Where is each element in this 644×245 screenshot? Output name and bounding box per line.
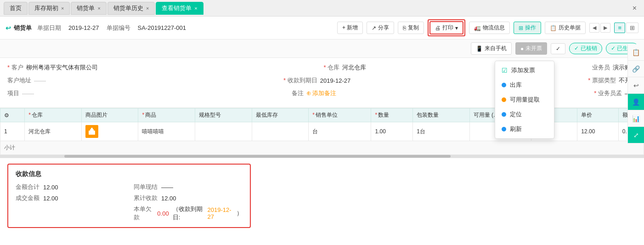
dropdown-warehouse-out[interactable]: 出库: [495, 78, 554, 92]
grid-view-button[interactable]: ⊞: [626, 23, 638, 33]
scroll-thumb: [64, 155, 451, 158]
from-mobile-button[interactable]: 📱 来自手机: [471, 42, 512, 55]
address-value[interactable]: ——: [34, 77, 46, 84]
history-button[interactable]: 📋 历史单据: [545, 22, 586, 34]
ticket-type-label: 票据类型: [588, 76, 616, 85]
list-view-button[interactable]: ≡: [614, 23, 625, 33]
tab-sales-order[interactable]: 销货单 ×: [71, 2, 106, 15]
th-settings[interactable]: ⚙: [0, 108, 25, 122]
add-invoice-icon: ☑: [502, 67, 508, 74]
confirm-label: 已核销: [581, 45, 597, 51]
payment-date-value[interactable]: 2019-12-27: [320, 77, 351, 84]
available-qty-label: 可用量提取: [510, 96, 540, 104]
project-label: 项目: [7, 89, 19, 97]
print-dropdown-icon: ▾: [455, 25, 458, 31]
owed-value: 0.00: [157, 210, 169, 217]
row-product: 嘻嘻嘻嘻: [138, 122, 195, 141]
share-label: 分享: [378, 24, 389, 32]
product-image: [85, 125, 98, 138]
row-spec: [195, 122, 252, 141]
copy-button[interactable]: ⎘ 复制: [398, 22, 424, 34]
tab-view-close-icon[interactable]: ×: [194, 6, 197, 11]
close-all-tabs-button[interactable]: ×: [629, 4, 640, 12]
owed-label: 本单欠款: [134, 205, 153, 222]
total-label: 金额合计: [16, 183, 40, 191]
right-icon-chart[interactable]: 📊: [628, 110, 644, 127]
doc-title: ↩ 销货单: [6, 24, 32, 32]
tab-view-sales[interactable]: 查看销货单 ×: [156, 2, 203, 15]
locate-label: 定位: [510, 110, 522, 119]
right-icon-clipboard[interactable]: 📋: [628, 44, 644, 61]
operations-button[interactable]: ⊞ 操作: [514, 22, 541, 34]
tab-home[interactable]: 首页: [4, 2, 28, 15]
right-icon-user[interactable]: 👤: [628, 94, 644, 110]
dropdown-refresh[interactable]: 刷新: [495, 122, 554, 137]
row-min-stock: [252, 122, 309, 141]
warehouse-value[interactable]: 河北仓库: [342, 63, 366, 72]
dropdown-locate[interactable]: 定位: [495, 107, 554, 122]
prev-button[interactable]: ◀: [589, 23, 599, 33]
nav-arrows: ◀ ▶: [589, 23, 610, 33]
project-field: 项目 ——: [7, 89, 34, 97]
right-icon-link[interactable]: 🔗: [628, 61, 644, 77]
project-value[interactable]: ——: [22, 90, 34, 97]
deal-value: 12.00: [43, 195, 58, 202]
tab-inventory-init[interactable]: 库存期初 ×: [28, 2, 70, 15]
address-field: 客户地址 ——: [7, 76, 46, 85]
new-label: + 新增: [342, 24, 358, 32]
logistics-button[interactable]: 🚛 物流信息: [469, 22, 510, 34]
payment-title: 收款信息: [16, 170, 243, 178]
refresh-icon: [502, 127, 506, 131]
payment-row-total: 金额合计 12.00: [16, 183, 124, 191]
add-remark-label: 添加备注: [312, 90, 336, 97]
number-label: 单据编号: [107, 24, 130, 32]
print-label: 打印: [442, 24, 453, 32]
owed-paren: ）: [237, 209, 243, 217]
right-icons-panel: 📋 🔗 ↩ 👤 📊 ⤢: [627, 44, 644, 143]
dropdown-add-invoice[interactable]: ☑ 添加发票: [495, 63, 554, 78]
svg-rect-2: [91, 128, 93, 130]
available-qty-icon: [502, 97, 506, 102]
add-remark-btn[interactable]: ⊕ 添加备注: [306, 89, 337, 97]
tab-inventory-close-icon[interactable]: ×: [61, 6, 64, 11]
share-button[interactable]: ↗ 分享: [367, 22, 394, 34]
history-label: 历史单据: [559, 24, 581, 32]
owed-suffix: （收款到期日:: [173, 205, 204, 222]
tab-sales-history[interactable]: 销货单历史 ×: [107, 2, 155, 15]
doc-icon: ↩: [6, 24, 11, 32]
confirm-icon-btn[interactable]: ✓: [551, 43, 565, 54]
th-warehouse: *仓库: [25, 108, 82, 122]
same-settle-label: 同单现结: [134, 183, 158, 191]
content-area: ↩ 销货单 单据日期 2019-12-27 单据编号 SA-20191227-0…: [0, 17, 644, 245]
warehouse-label: 仓库: [324, 63, 340, 72]
scroll-indicator[interactable]: [0, 155, 644, 158]
next-button[interactable]: ▶: [600, 23, 610, 33]
operations-icon: ⊞: [519, 25, 523, 31]
owed-date: 2019-12-27: [208, 206, 233, 220]
print-button[interactable]: 🖨 打印 ▾: [429, 21, 463, 34]
row-warehouse: 河北仓库: [25, 122, 82, 141]
tab-history-close-icon[interactable]: ×: [146, 6, 149, 11]
tab-sales-close-icon[interactable]: ×: [97, 6, 100, 11]
app-container: 首页 库存期初 × 销货单 × 销货单历史 × 查看销货单 × × ↩ 销货单: [0, 0, 644, 245]
view-toggle: ≡ ⊞: [614, 23, 638, 33]
cumulative-value: 12.00: [161, 195, 176, 202]
date-label: 单据日期: [37, 24, 61, 32]
right-icon-expand[interactable]: ⤢: [628, 127, 644, 143]
payment-row-owed-detail: 本单欠款 0.00 （收款到期日: 2019-12-27）: [134, 205, 243, 222]
operations-label: 操作: [525, 24, 536, 32]
remark-label: 备注: [292, 89, 304, 97]
not-open-button[interactable]: ● 未开票: [515, 42, 547, 55]
add-invoice-label: 添加发票: [511, 66, 535, 74]
payment-row-deal: 成交金额 12.00: [16, 194, 124, 202]
customer-value[interactable]: 柳州粤港平安气体有限公司: [26, 63, 98, 72]
not-open-label: 未开票: [525, 45, 542, 52]
effect-icon: ✓: [611, 45, 616, 51]
new-button[interactable]: + 新增: [337, 22, 363, 34]
cumulative-label: 累计收款: [134, 194, 158, 202]
right-icon-return[interactable]: ↩: [628, 77, 644, 94]
dropdown-available-qty[interactable]: 可用量提取: [495, 92, 554, 107]
row-pack-qty: 1台: [413, 122, 470, 141]
th-product: *商品: [138, 108, 195, 122]
share-icon: ↗: [372, 25, 376, 31]
